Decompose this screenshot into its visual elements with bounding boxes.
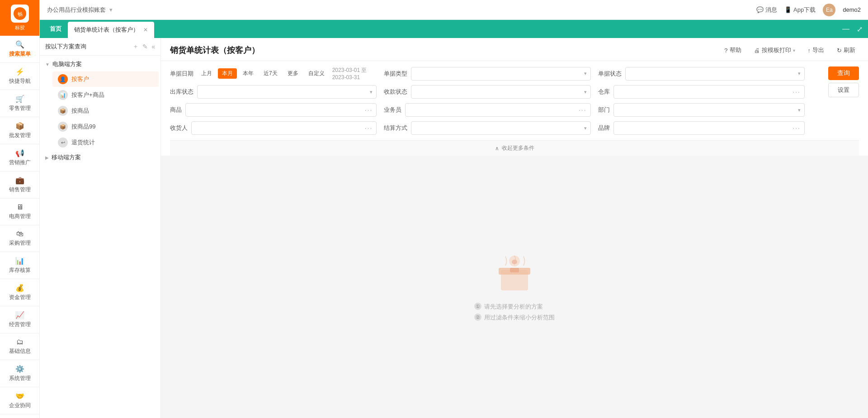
scheme-add-btn[interactable]: ＋ — [132, 43, 139, 51]
out-status-arrow-icon: ▾ — [370, 89, 373, 95]
query-btn[interactable]: 查询 — [828, 66, 859, 80]
industry-arrow[interactable]: ▾ — [109, 6, 113, 13]
sidebar-item-ecommerce[interactable]: 🖥 电商管理 — [0, 199, 39, 225]
help-label: 帮助 — [730, 46, 741, 54]
date-tab-last-month[interactable]: 上月 — [197, 68, 216, 79]
message-icon: 💬 — [756, 6, 764, 13]
brand-select[interactable]: ··· — [613, 121, 805, 135]
sidebar-item-sales[interactable]: 💼 销售管理 — [0, 171, 39, 199]
sidebar-item-basics[interactable]: 🗂 基础信息 — [0, 333, 39, 360]
scheme-edit-btn[interactable]: ✎ — [142, 43, 148, 50]
settlement-control[interactable]: ▾ — [411, 121, 590, 135]
doc-type-select[interactable]: ▾ — [411, 67, 590, 81]
topbar-left: 办公用品行业模拟账套 ▾ — [47, 6, 113, 14]
scheme-item-by-product[interactable]: 📦 按商品 — [52, 103, 159, 119]
message-btn[interactable]: 💬 消息 — [756, 6, 777, 14]
sidebar-item-shortcut[interactable]: ⚡ 快捷导航 — [0, 63, 39, 90]
dept-select[interactable]: ▾ — [613, 103, 805, 117]
sidebar-item-purchase[interactable]: 🛍 采购管理 — [0, 225, 39, 252]
settlement-arrow-icon: ▾ — [584, 125, 587, 131]
window-maximize-btn[interactable]: ⤢ — [855, 23, 864, 35]
sidebar-item-marketing[interactable]: 📢 营销推广 — [0, 144, 39, 171]
scheme-item-by-customer-icon: 👤 — [58, 74, 68, 84]
settlement-select[interactable]: ▾ — [411, 121, 590, 135]
date-tab-this-year[interactable]: 本年 — [239, 68, 258, 79]
page-actions: ? 帮助 🖨 按模板打印 ▾ ↑ 导出 ↻ — [721, 44, 859, 56]
tab-sales-stats[interactable]: 销货单统计表（按客户） ✕ — [68, 22, 154, 38]
collapse-filters-btn[interactable]: ∧ 收起更多条件 — [170, 140, 859, 156]
doc-type-label: 单据类型 — [384, 70, 407, 78]
settings-btn[interactable]: 设置 — [828, 83, 859, 97]
warehouse-select[interactable]: ··· — [613, 85, 805, 99]
sidebar-item-enterprise[interactable]: 🤝 企业协同 — [0, 387, 39, 414]
scheme-title: 按以下方案查询 — [45, 43, 86, 51]
export-btn[interactable]: ↑ 导出 — [804, 44, 828, 56]
empty-state: ① 请先选择要分析的方案 ② 用过滤条件来缩小分析范围 — [161, 156, 868, 418]
date-range-text: 2023-03-01 至 2023-03-31 — [332, 66, 377, 81]
sidebar-item-system[interactable]: ⚙️ 系统管理 — [0, 360, 39, 387]
scheme-item-returns-label: 退货统计 — [71, 138, 95, 147]
refresh-icon: ↻ — [837, 47, 842, 54]
sidebar-item-inventory[interactable]: 📊 库存核算 — [0, 252, 39, 279]
scheme-group-mobile-header[interactable]: ▶ 移动端方案 — [40, 151, 160, 164]
scheme-group-desktop-header[interactable]: ▼ 电脑端方案 — [40, 57, 160, 71]
product-select[interactable]: ··· — [185, 103, 377, 117]
salesperson-select[interactable]: ··· — [405, 103, 590, 117]
sidebar-item-wholesale[interactable]: 📦 批发管理 — [0, 117, 39, 144]
svg-rect-4 — [510, 268, 519, 272]
salesperson-dots-icon: ··· — [579, 106, 587, 114]
date-tab-more[interactable]: 更多 — [283, 68, 302, 79]
salesperson-control[interactable]: ··· — [405, 103, 590, 117]
consignee-label: 收货人 — [170, 124, 188, 132]
out-status-select[interactable]: ▾ — [197, 85, 377, 99]
help-btn[interactable]: ? 帮助 — [721, 44, 745, 56]
warehouse-control[interactable]: ··· — [613, 85, 805, 99]
doc-type-control[interactable]: ▾ — [411, 67, 590, 81]
page-title: 销货单统计表（按客户） — [170, 45, 259, 56]
window-minimize-btn[interactable]: — — [840, 23, 851, 35]
content-area: 按以下方案查询 ＋ ✎ « ▼ 电脑端方案 👤 按客户 — [40, 38, 868, 418]
filter-date: 单据日期 上月 本月 本年 近7天 更多 自定义 20 — [170, 66, 377, 81]
scheme-sub-items-desktop: 👤 按客户 📊 按客户+商品 📦 按商品 📦 — [40, 71, 160, 150]
sidebar-sales-label: 销售管理 — [9, 186, 31, 194]
template-print-btn[interactable]: 🖨 按模板打印 ▾ — [750, 44, 799, 56]
print-arrow-icon: ▾ — [793, 48, 795, 53]
doc-status-control[interactable]: ▾ — [625, 67, 805, 81]
consignee-control[interactable]: ··· — [191, 121, 377, 135]
product-control[interactable]: ··· — [185, 103, 377, 117]
scheme-panel: 按以下方案查询 ＋ ✎ « ▼ 电脑端方案 👤 按客户 — [40, 38, 161, 418]
scheme-item-by-customer-label: 按客户 — [71, 75, 89, 83]
user-avatar[interactable]: Ea — [823, 4, 835, 16]
sidebar-item-business[interactable]: 📈 经营管理 — [0, 306, 39, 333]
sidebar-item-retail[interactable]: 🛒 零售管理 — [0, 90, 39, 117]
refresh-btn[interactable]: ↻ 刷新 — [833, 44, 859, 56]
consignee-select[interactable]: ··· — [191, 121, 377, 135]
tab-close-icon[interactable]: ✕ — [143, 27, 148, 33]
doc-status-select[interactable]: ▾ — [625, 67, 805, 81]
receipt-status-control[interactable]: ▾ — [411, 85, 590, 99]
date-tab-last7[interactable]: 近7天 — [259, 68, 282, 79]
tab-home[interactable]: 首页 — [43, 20, 68, 38]
sidebar-enterprise-label: 企业协同 — [9, 402, 31, 409]
scheme-item-by-customer-product[interactable]: 📊 按客户+商品 — [52, 87, 159, 103]
collapse-icon: ∧ — [495, 145, 499, 152]
dept-control[interactable]: ▾ — [613, 103, 805, 117]
date-tab-custom[interactable]: 自定义 — [304, 68, 329, 79]
date-control: 上月 本月 本年 近7天 更多 自定义 2023-03-01 至 2023-03… — [197, 66, 377, 81]
brand-control[interactable]: ··· — [613, 121, 805, 135]
date-tab-this-month[interactable]: 本月 — [218, 68, 237, 79]
sidebar-item-finance[interactable]: 💰 资金管理 — [0, 279, 39, 306]
scheme-header: 按以下方案查询 ＋ ✎ « — [40, 38, 160, 56]
product-dots-icon: ··· — [365, 106, 373, 114]
scheme-collapse-btn[interactable]: « — [151, 43, 155, 50]
out-status-control[interactable]: ▾ — [197, 85, 377, 99]
scheme-item-returns[interactable]: ↩ 退货统计 — [52, 135, 159, 150]
scheme-item-by-customer[interactable]: 👤 按客户 — [52, 71, 159, 87]
sidebar-item-search[interactable]: 🔍 搜索菜单 — [0, 36, 39, 63]
sidebar-item-newbie[interactable]: 🎯 新手引导 — [0, 414, 39, 418]
receipt-status-select[interactable]: ▾ — [411, 85, 590, 99]
scheme-item-by-product-99[interactable]: 📦 按商品99 — [52, 119, 159, 134]
business-icon: 📈 — [15, 311, 24, 319]
scheme-group-desktop: ▼ 电脑端方案 👤 按客户 📊 按客户+商品 📦 — [40, 57, 160, 150]
app-download-btn[interactable]: 📱 App下载 — [784, 6, 816, 14]
